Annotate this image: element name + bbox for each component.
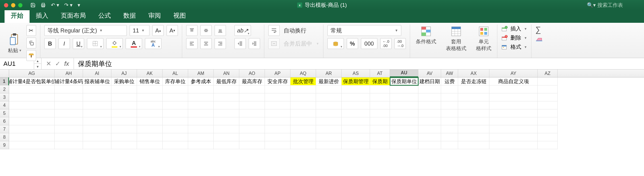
- cell-AH3[interactable]: [55, 93, 83, 101]
- cell-AU9[interactable]: [390, 141, 418, 149]
- cell-AL6[interactable]: [163, 117, 188, 125]
- cell-AP4[interactable]: [265, 101, 290, 109]
- cell-AK5[interactable]: [137, 109, 163, 117]
- column-header-AN[interactable]: AN: [214, 69, 239, 77]
- cell-AX9[interactable]: [458, 141, 489, 149]
- cell-AO5[interactable]: [239, 109, 265, 117]
- column-header-AT[interactable]: AT: [370, 69, 390, 77]
- align-bottom-button[interactable]: [215, 25, 226, 36]
- cell-AZ4[interactable]: [538, 101, 558, 109]
- select-all-corner[interactable]: [0, 69, 9, 77]
- column-header-AX[interactable]: AX: [458, 69, 489, 77]
- decrease-font-button[interactable]: A▾: [167, 25, 178, 36]
- phonetic-button[interactable]: abcA▼: [145, 38, 161, 49]
- cell-AS6[interactable]: [342, 117, 370, 125]
- cell-AR2[interactable]: [316, 85, 342, 93]
- orientation-button[interactable]: ab↗▼: [234, 25, 251, 36]
- cell-AM8[interactable]: [188, 133, 214, 141]
- cell-AY7[interactable]: [489, 125, 538, 133]
- cell-AU4[interactable]: [390, 101, 418, 109]
- autosum-icon[interactable]: ∑: [535, 25, 543, 34]
- cell-AP7[interactable]: [265, 125, 290, 133]
- cell-AG4[interactable]: [9, 101, 55, 109]
- cell-AT9[interactable]: [370, 141, 390, 149]
- column-header-AQ[interactable]: AQ: [290, 69, 316, 77]
- column-header-AO[interactable]: AO: [239, 69, 265, 77]
- merge-center-label[interactable]: 合并后居中: [282, 38, 313, 49]
- cell-AI2[interactable]: [83, 85, 111, 93]
- font-color-button[interactable]: A▼: [126, 38, 142, 49]
- row-header-9[interactable]: 9: [0, 141, 9, 149]
- cell-AY8[interactable]: [489, 133, 538, 141]
- row-header-1[interactable]: 1: [0, 77, 9, 85]
- column-header-AL[interactable]: AL: [163, 69, 188, 77]
- cell-AL4[interactable]: [163, 101, 188, 109]
- tab-审阅[interactable]: 审阅: [142, 9, 167, 23]
- column-header-AY[interactable]: AY: [489, 69, 538, 77]
- cell-AM3[interactable]: [188, 93, 214, 101]
- cell-AN9[interactable]: [214, 141, 239, 149]
- cell-AS2[interactable]: [342, 85, 370, 93]
- cell-AK7[interactable]: [137, 125, 163, 133]
- tab-数据[interactable]: 数据: [117, 9, 142, 23]
- merge-center-icon[interactable]: [268, 38, 280, 49]
- cell-AO3[interactable]: [239, 93, 265, 101]
- cell-AL2[interactable]: [163, 85, 188, 93]
- cell-AK6[interactable]: [137, 117, 163, 125]
- cell-AV3[interactable]: [418, 93, 441, 101]
- cell-AW9[interactable]: [441, 141, 458, 149]
- cell-AG9[interactable]: [9, 141, 55, 149]
- align-top-button[interactable]: [186, 25, 198, 36]
- cell-AO1[interactable]: 最高库存: [239, 77, 265, 85]
- cell-AS3[interactable]: [342, 93, 370, 101]
- cell-AU5[interactable]: [390, 109, 418, 117]
- cell-AI3[interactable]: [83, 93, 111, 101]
- minimize-icon[interactable]: [11, 3, 15, 7]
- print-icon[interactable]: [41, 3, 46, 8]
- column-header-AJ[interactable]: AJ: [111, 69, 137, 77]
- cell-AH1[interactable]: 辅计量4条码: [55, 77, 83, 85]
- cell-AO2[interactable]: [239, 85, 265, 93]
- cell-AY9[interactable]: [489, 141, 538, 149]
- increase-decimal-button[interactable]: ←.0.00: [380, 38, 392, 49]
- cell-AL9[interactable]: [163, 141, 188, 149]
- cell-AM9[interactable]: [188, 141, 214, 149]
- column-header-AK[interactable]: AK: [137, 69, 163, 77]
- cell-AY2[interactable]: [489, 85, 538, 93]
- cell-AU7[interactable]: [390, 125, 418, 133]
- cell-AX8[interactable]: [458, 133, 489, 141]
- decrease-indent-button[interactable]: [234, 38, 246, 49]
- cell-AX7[interactable]: [458, 125, 489, 133]
- cell-AQ2[interactable]: [290, 85, 316, 93]
- column-header-AZ[interactable]: AZ: [538, 69, 558, 77]
- cell-AH7[interactable]: [55, 125, 83, 133]
- cell-AU3[interactable]: [390, 93, 418, 101]
- cell-AK3[interactable]: [137, 93, 163, 101]
- cell-AN8[interactable]: [214, 133, 239, 141]
- cell-AL3[interactable]: [163, 93, 188, 101]
- cell-AH5[interactable]: [55, 109, 83, 117]
- cell-AJ5[interactable]: [111, 109, 137, 117]
- cell-AJ7[interactable]: [111, 125, 137, 133]
- cell-AR6[interactable]: [316, 117, 342, 125]
- format-cells-button[interactable]: 格式▼: [501, 43, 527, 51]
- cell-AK2[interactable]: [137, 85, 163, 93]
- wrap-text-label[interactable]: 自动换行: [282, 25, 308, 36]
- increase-indent-button[interactable]: [249, 38, 260, 49]
- underline-button[interactable]: U▼: [73, 38, 84, 49]
- cell-AX5[interactable]: [458, 109, 489, 117]
- customize-qat-icon[interactable]: ▾: [78, 2, 80, 8]
- cell-AJ1[interactable]: 采购单位: [111, 77, 137, 85]
- cell-AW1[interactable]: 运费: [441, 77, 458, 85]
- decrease-decimal-button[interactable]: .00→.0: [394, 38, 406, 49]
- fx-icon[interactable]: fx: [64, 60, 69, 67]
- cell-AK9[interactable]: [137, 141, 163, 149]
- tab-视图[interactable]: 视图: [167, 9, 192, 23]
- delete-cells-button[interactable]: × 删除▼: [501, 34, 527, 42]
- cell-AQ3[interactable]: [290, 93, 316, 101]
- cell-AH9[interactable]: [55, 141, 83, 149]
- insert-cells-button[interactable]: + 插入▼: [501, 25, 527, 32]
- align-middle-button[interactable]: [200, 25, 212, 36]
- cell-AV4[interactable]: [418, 101, 441, 109]
- cell-AW7[interactable]: [441, 125, 458, 133]
